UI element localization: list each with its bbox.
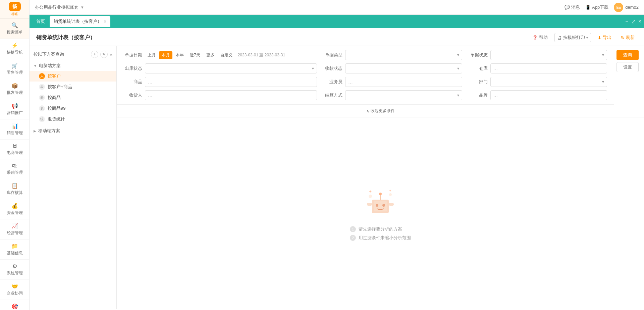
scheme-item-label: 按商品99	[48, 105, 65, 111]
help-button[interactable]: ❓ 帮助	[530, 33, 550, 42]
sidebar-item-label: 经营管理	[7, 230, 23, 236]
refresh-button[interactable]: ↻ 刷新	[618, 33, 637, 42]
settlement-label: 结算方式	[324, 92, 345, 98]
tab-sales-stats[interactable]: 销货单统计表（按客户） ×	[50, 16, 110, 27]
sidebar-item-collab[interactable]: 🤝 企业协同	[0, 280, 29, 300]
consignee-label: 收货人	[123, 92, 145, 98]
payment-status-chevron-icon: ▾	[457, 66, 459, 71]
sidebar-item-management[interactable]: 📈 经营管理	[0, 219, 29, 240]
tab-home[interactable]: 首页	[32, 16, 49, 27]
scheme-item-by-customer[interactable]: 人 按客户	[30, 71, 116, 82]
order-status-label: 单据状态	[469, 52, 490, 58]
query-button[interactable]: 查询	[616, 50, 639, 60]
header-right: 💬 消息 📱 App下载 Ea demo2	[565, 3, 639, 12]
window-maximize-button[interactable]: ⤢	[631, 18, 636, 25]
warehouse-dots: ...	[493, 65, 498, 71]
consignee-input[interactable]: ...	[145, 90, 317, 100]
top-header: 办公用品行业模拟账套 ▾ 💬 消息 📱 App下载 Ea demo2	[30, 0, 644, 15]
sidebar-item-label: 批发管理	[7, 90, 23, 96]
date-tabs: 上月 本月 本年 近7天 更多 自定义	[145, 51, 235, 59]
scheme-edit-button[interactable]: ✎	[100, 51, 108, 58]
order-status-chevron-icon: ▾	[602, 53, 604, 57]
quicknav-icon: ⚡	[11, 42, 18, 49]
message-button[interactable]: 💬 消息	[565, 4, 580, 10]
ecommerce-icon: 🖥	[12, 143, 17, 149]
department-input[interactable]: ▾	[490, 77, 607, 87]
sidebar-item-ecommerce[interactable]: 🖥 电商管理	[0, 140, 29, 159]
sidebar-item-retail[interactable]: 🛒 零售管理	[0, 59, 29, 79]
avatar: Ea	[614, 3, 623, 12]
salesperson-input[interactable]: ...	[345, 77, 462, 87]
filter-field-warehouse: 仓库 ...	[469, 63, 607, 73]
brand-input[interactable]: ...	[490, 90, 607, 100]
sidebar-item-search[interactable]: 🔍 搜索菜单	[0, 19, 29, 39]
date-tab-custom[interactable]: 自定义	[218, 51, 235, 59]
tip-text-2: 用过滤条件来缩小分析范围	[359, 234, 411, 242]
user-menu-button[interactable]: Ea demo2	[614, 3, 639, 12]
management-icon: 📈	[11, 223, 18, 229]
customer-scheme-icon: 人	[39, 73, 45, 79]
settlement-input[interactable]: ▾	[345, 90, 462, 100]
app-download-button[interactable]: 📱 App下载	[585, 4, 608, 10]
settings-button[interactable]: 设置	[616, 62, 639, 72]
scheme-add-button[interactable]: +	[91, 51, 98, 58]
sidebar-item-purchase[interactable]: 🛍 采购管理	[0, 159, 29, 179]
add-icon: +	[94, 52, 96, 57]
scheme-item-by-goods[interactable]: 表 按商品	[30, 92, 116, 103]
out-status-input[interactable]: ▾	[145, 63, 317, 73]
svg-text:✦: ✦	[369, 189, 372, 194]
svg-point-9	[389, 193, 392, 196]
template-print-button[interactable]: 🖨 按模板打印 ▾	[554, 33, 591, 42]
filter-field-order-type: 单据类型 ▾	[324, 50, 462, 60]
sidebar-item-quicknav[interactable]: ⚡ 快捷导航	[0, 39, 29, 59]
help-label: 帮助	[539, 35, 548, 41]
wholesale-icon: 📦	[11, 83, 18, 89]
payment-status-label: 收款状态	[324, 65, 345, 71]
sidebar-item-finance[interactable]: 💰 资金管理	[0, 199, 29, 219]
sidebar-item-inventory[interactable]: 📋 库存核算	[0, 179, 29, 199]
content-area: 销货单统计表（按客户） ❓ 帮助 🖨 按模板打印 ▾ ⬇ 导出 ↻ 刷新	[30, 28, 644, 310]
scheme-item-customer-goods[interactable]: 表 按客户+商品	[30, 82, 116, 92]
scheme-item-by-goods99[interactable]: 表 按商品99	[30, 103, 116, 114]
date-tab-this-year[interactable]: 本年	[173, 51, 186, 59]
tab-close-button[interactable]: ×	[104, 19, 106, 24]
brand-dots: ...	[493, 92, 498, 98]
scheme-collapse-button[interactable]: «	[110, 52, 112, 57]
scheme-item-return-stats[interactable]: 统 退货统计	[30, 114, 116, 124]
marketing-icon: 📢	[11, 103, 18, 109]
filter-field-brand: 品牌 ...	[469, 90, 607, 100]
scheme-group-mobile-header[interactable]: ▶ 移动端方案	[30, 126, 116, 136]
main-area: 办公用品行业模拟账套 ▾ 💬 消息 📱 App下载 Ea demo2 首页	[30, 0, 644, 310]
collapse-more-button[interactable]: ∧ 收起更多条件	[362, 107, 399, 115]
goods-input[interactable]: ...	[145, 77, 317, 87]
order-status-input[interactable]: ▾	[490, 50, 607, 60]
date-tab-this-month[interactable]: 本月	[159, 51, 172, 59]
empty-tips: 1 请先选择要分析的方案 2 用过滤条件来缩小分析范围	[350, 225, 411, 242]
sidebar-item-newbie[interactable]: 🎯 新手引导	[0, 300, 29, 310]
payment-status-input[interactable]: ▾	[345, 63, 462, 73]
export-button[interactable]: ⬇ 导出	[595, 33, 614, 42]
brand-label: 品牌	[469, 92, 490, 98]
date-tab-last7days[interactable]: 近7天	[187, 51, 203, 59]
date-tab-last-month[interactable]: 上月	[145, 51, 158, 59]
window-close-button[interactable]: ×	[638, 18, 641, 24]
sidebar-item-basics[interactable]: 📁 基础信息	[0, 240, 29, 260]
sidebar-item-system[interactable]: ⚙ 系统管理	[0, 260, 29, 280]
home-tab-label: 首页	[36, 18, 45, 24]
print-icon: 🖨	[557, 35, 562, 40]
consignee-dots: ...	[148, 92, 152, 98]
sidebar-item-label: 快捷导航	[7, 50, 23, 55]
window-minimize-button[interactable]: −	[625, 18, 628, 24]
scheme-title: 按以下方案查询	[34, 51, 64, 57]
order-type-input[interactable]: ▾	[345, 50, 462, 60]
content-body: 按以下方案查询 + ✎ « ▼ 电脑端方案	[30, 46, 644, 309]
scheme-group-desktop-header[interactable]: ▼ 电脑端方案	[30, 61, 116, 71]
warehouse-input[interactable]: ...	[490, 63, 607, 73]
dropdown-icon[interactable]: ▾	[81, 5, 84, 10]
sidebar-item-wholesale[interactable]: 📦 批发管理	[0, 79, 29, 99]
goods-label: 商品	[123, 79, 145, 85]
sidebar-item-marketing[interactable]: 📢 营销推广	[0, 99, 29, 119]
date-tab-more[interactable]: 更多	[204, 51, 217, 59]
sidebar-item-sales[interactable]: 📊 销售管理	[0, 119, 29, 140]
filter-form: 单据日期 上月 本月 本年 近7天 更多 自定义	[117, 46, 614, 105]
